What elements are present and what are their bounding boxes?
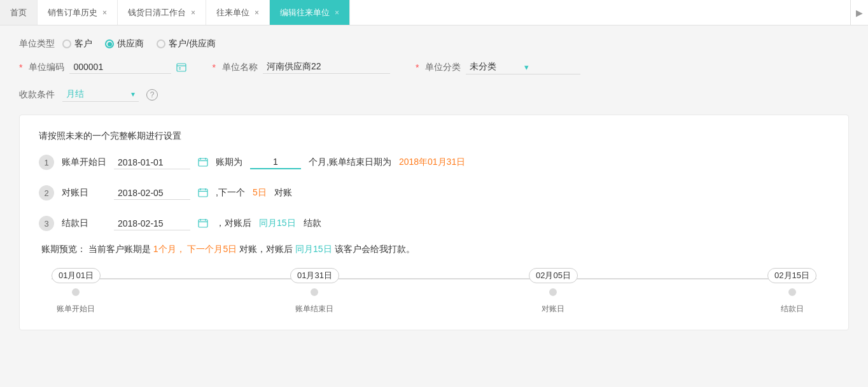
setting-row-3: 3 结款日 ，对账后 同月15日 结款 — [39, 216, 829, 231]
tab-label-cash-work: 钱货日清工作台 — [128, 7, 186, 18]
timeline-tag-0: 01月01日 — [52, 268, 101, 283]
setting-row-2: 2 对账日 ,下一个 5日 对账 — [39, 185, 829, 201]
unit-type-label: 单位类型 — [19, 38, 55, 50]
tab-close-cash-work[interactable]: × — [191, 8, 195, 17]
unit-cat-arrow-icon: ▾ — [524, 62, 577, 72]
unit-cat-dropdown[interactable]: 未分类 ▾ — [466, 60, 580, 74]
tab-label-home: 首页 — [10, 7, 27, 18]
row-num-3: 3 — [39, 216, 54, 231]
row-num-2: 2 — [39, 185, 54, 201]
row-label-3: 结款日 — [62, 218, 106, 229]
card-instruction: 请按照未来的一个完整帐期进行设置 — [39, 130, 829, 142]
help-icon[interactable]: ? — [146, 89, 158, 101]
radio-both[interactable]: 客户/供应商 — [157, 38, 216, 50]
payment-terms-arrow-icon: ▾ — [131, 90, 135, 99]
radio-customer[interactable]: 客户 — [62, 38, 92, 50]
svg-rect-12 — [199, 220, 207, 227]
radio-circle-both — [157, 39, 165, 48]
preview-settle-day: 同月15日 — [295, 244, 332, 254]
unit-cat-required: * — [416, 62, 419, 73]
unit-name-label: 单位名称 — [222, 62, 258, 73]
timeline-tag-2: 02月05日 — [529, 268, 578, 283]
unit-category-section: * 单位分类 未分类 ▾ — [416, 60, 580, 74]
unit-name-input[interactable] — [263, 60, 390, 74]
reconcile-date-calendar-icon[interactable] — [198, 188, 208, 198]
preview-static-3: 该客户会给我打款。 — [335, 244, 415, 254]
tab-bar: 首页销售订单历史×钱货日清工作台×往来单位×编辑往来单位× ▶ — [0, 0, 868, 25]
unit-type-radio-group: 客户供应商客户/供应商 — [62, 38, 216, 50]
tab-edit-partner[interactable]: 编辑往来单位× — [270, 0, 350, 25]
timeline-sublabel-1: 账单结束日 — [295, 304, 333, 314]
tab-overflow-arrow[interactable]: ▶ — [850, 0, 868, 25]
timeline-sublabel-3: 结款日 — [781, 304, 804, 314]
preview-reconcile-day: 下一个月5日 — [187, 244, 237, 254]
timeline-node-2: 02月05日对账日 — [529, 268, 578, 314]
radio-circle-customer — [62, 39, 71, 48]
preview-static-2: 对账，对账后 — [239, 244, 293, 254]
preview-period: 1个月， — [153, 244, 185, 254]
unit-fields-row: * 单位编码 * 单位名称 * 单位分类 未分类 ▾ — [19, 60, 849, 74]
end-date-highlight: 2018年01月31日 — [399, 157, 465, 168]
payment-terms-value: 月结 — [66, 88, 127, 100]
period-input[interactable] — [250, 155, 301, 169]
tab-label-edit-partner: 编辑往来单位 — [280, 7, 330, 18]
row-label-2: 对账日 — [62, 187, 106, 199]
unit-name-section: * 单位名称 — [212, 60, 389, 74]
unit-name-required: * — [212, 62, 215, 73]
timeline-tag-1: 01月31日 — [290, 268, 339, 283]
timeline-dot-3 — [788, 288, 796, 296]
settle-day-highlight: 同月15日 — [259, 218, 296, 229]
setting-row-1: 1 账单开始日 账期为 个月,账单结束日期为 2018年01月31日 — [39, 155, 829, 170]
unit-code-required: * — [19, 62, 22, 73]
tab-close-partner-unit[interactable]: × — [255, 8, 259, 17]
timeline-dot-1 — [311, 288, 318, 296]
timeline-dot-2 — [549, 288, 557, 296]
radio-label-customer: 客户 — [74, 38, 92, 50]
svg-rect-8 — [199, 189, 207, 197]
timeline-node-0: 01月01日账单开始日 — [52, 268, 101, 314]
preview-text: 账期预览： 当前客户账期是 1个月， 下一个月5日 对账，对账后 同月15日 该… — [39, 244, 829, 255]
row-label-1: 账单开始日 — [62, 157, 106, 168]
timeline-node-3: 02月15日结款日 — [767, 268, 816, 314]
radio-label-supplier: 供应商 — [117, 38, 144, 50]
settle-suffix: 结款 — [304, 218, 321, 229]
unit-cat-label: 单位分类 — [425, 62, 461, 73]
tab-label-partner-unit: 往来单位 — [216, 7, 249, 18]
tab-partner-unit[interactable]: 往来单位× — [206, 0, 270, 25]
unit-code-label: 单位编码 — [29, 62, 64, 73]
unit-type-row: 单位类型 客户供应商客户/供应商 — [19, 38, 849, 50]
tab-close-sales-history[interactable]: × — [102, 8, 107, 17]
preview-static-1: 当前客户账期是 — [88, 244, 151, 254]
unit-cat-value: 未分类 — [470, 61, 522, 73]
timeline-sublabel-0: 账单开始日 — [57, 304, 95, 314]
settle-date-calendar-icon[interactable] — [198, 218, 208, 229]
payment-terms-dropdown[interactable]: 月结 ▾ — [62, 87, 139, 102]
reconcile-suffix: 对账 — [274, 187, 292, 199]
unit-code-input[interactable] — [69, 60, 171, 74]
svg-rect-4 — [199, 158, 207, 166]
reconcile-date-input[interactable] — [114, 186, 190, 200]
tab-close-edit-partner[interactable]: × — [335, 8, 339, 17]
period-label: 账期为 — [216, 157, 242, 168]
unit-code-section: * 单位编码 — [19, 60, 186, 74]
tab-home[interactable]: 首页 — [0, 0, 38, 25]
start-date-calendar-icon[interactable] — [198, 157, 208, 167]
payment-terms-label: 收款条件 — [19, 89, 55, 101]
reconcile-day-highlight: 5日 — [253, 187, 267, 199]
unit-code-icon[interactable] — [176, 62, 186, 73]
payment-terms-row: 收款条件 月结 ▾ ? — [19, 87, 849, 102]
tab-sales-history[interactable]: 销售订单历史× — [38, 0, 118, 25]
row-num-1: 1 — [39, 155, 54, 170]
start-date-input[interactable] — [114, 156, 190, 169]
settings-card: 请按照未来的一个完整帐期进行设置 1 账单开始日 账期为 个月,账单结束日期为 … — [19, 115, 849, 330]
radio-supplier[interactable]: 供应商 — [105, 38, 144, 50]
timeline-nodes: 01月01日账单开始日01月31日账单结束日02月05日对账日02月15日结款日 — [52, 268, 816, 314]
tab-cash-work[interactable]: 钱货日清工作台× — [118, 0, 206, 25]
main-content: 单位类型 客户供应商客户/供应商 * 单位编码 * 单位名称 * 单位 — [0, 25, 868, 387]
radio-label-both: 客户/供应商 — [169, 38, 216, 50]
settle-date-input[interactable] — [114, 217, 190, 230]
tab-label-sales-history: 销售订单历史 — [48, 7, 97, 18]
timeline: 01月01日账单开始日01月31日账单结束日02月05日对账日02月15日结款日 — [52, 268, 816, 314]
reconcile-prefix: ,下一个 — [216, 187, 245, 199]
timeline-tag-3: 02月15日 — [767, 268, 816, 283]
